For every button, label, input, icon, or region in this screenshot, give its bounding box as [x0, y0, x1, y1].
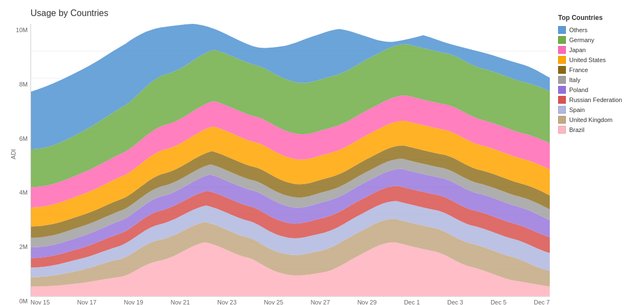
legend-item-italy: Italy [558, 76, 636, 84]
legend-label-russia: Russian Federation [569, 96, 622, 103]
legend-color-others [558, 26, 566, 34]
x-tick-nov21: Nov 21 [171, 299, 190, 305]
y-axis-label-6m: 6M [19, 135, 28, 142]
y-axis-label-2m: 2M [19, 243, 28, 250]
legend: Top Countries Others Germany Japan Unite… [550, 8, 638, 299]
legend-item-uk: United Kingdom [558, 116, 636, 124]
legend-color-poland [558, 86, 566, 94]
chart-title: Usage by Countries [30, 8, 550, 18]
legend-color-russia [558, 96, 566, 104]
legend-item-us: United States [558, 56, 636, 64]
x-tick-nov15: Nov 15 [30, 299, 50, 305]
legend-color-brazil [558, 126, 566, 134]
x-axis: Nov 15 Nov 17 Nov 19 Nov 21 Nov 23 Nov 2… [30, 297, 550, 305]
legend-label-brazil: Brazil [569, 126, 585, 133]
legend-item-brazil: Brazil [558, 126, 636, 134]
legend-label-others: Others [569, 27, 587, 33]
legend-color-france [558, 66, 566, 74]
legend-item-france: France [558, 66, 636, 74]
legend-label-germany: Germany [569, 37, 594, 43]
legend-color-us [558, 56, 566, 64]
x-tick-nov23: Nov 23 [217, 299, 237, 305]
y-axis-label-0m: 0M [19, 298, 28, 304]
chart-container: Usage by Countries 10M 8M 6M 4M 2M 0M [0, 0, 644, 305]
x-tick-nov17: Nov 17 [77, 299, 96, 305]
legend-item-poland: Poland [558, 86, 636, 94]
legend-item-spain: Spain [558, 106, 636, 114]
legend-item-others: Others [558, 26, 636, 34]
chart-inner: 10M 8M 6M 4M 2M 0M [6, 24, 550, 305]
legend-item-japan: Japan [558, 46, 636, 54]
legend-label-spain: Spain [569, 106, 585, 113]
x-tick-nov27: Nov 27 [310, 299, 330, 305]
legend-item-russia: Russian Federation [558, 96, 636, 104]
y-axis-title: ADI [10, 149, 17, 159]
legend-color-japan [558, 46, 566, 54]
legend-title: Top Countries [558, 14, 636, 22]
legend-color-uk [558, 116, 566, 124]
legend-color-germany [558, 36, 566, 44]
plot-area: Nov 15 Nov 17 Nov 19 Nov 21 Nov 23 Nov 2… [30, 24, 550, 305]
legend-label-italy: Italy [569, 77, 580, 83]
x-tick-dec1: Dec 1 [404, 299, 420, 305]
area-chart [30, 24, 550, 297]
x-tick-nov29: Nov 29 [357, 299, 377, 305]
x-tick-dec3: Dec 3 [447, 299, 463, 305]
y-axis-label-4m: 4M [19, 189, 28, 196]
legend-label-uk: United Kingdom [569, 116, 612, 123]
legend-item-germany: Germany [558, 36, 636, 44]
legend-label-france: France [569, 67, 588, 73]
legend-label-us: United States [569, 57, 606, 63]
x-tick-nov25: Nov 25 [264, 299, 283, 305]
x-tick-dec5: Dec 5 [490, 299, 507, 305]
y-axis: 10M 8M 6M 4M 2M 0M [6, 24, 30, 305]
legend-color-spain [558, 106, 566, 114]
legend-label-poland: Poland [569, 87, 588, 93]
y-axis-label-8m: 8M [19, 81, 28, 88]
chart-area: Usage by Countries 10M 8M 6M 4M 2M 0M [6, 8, 550, 299]
legend-label-japan: Japan [569, 47, 586, 53]
legend-color-italy [558, 76, 566, 84]
x-tick-dec7: Dec 7 [534, 299, 550, 305]
x-tick-nov19: Nov 19 [124, 299, 143, 305]
y-axis-label-10m: 10M [16, 27, 28, 33]
